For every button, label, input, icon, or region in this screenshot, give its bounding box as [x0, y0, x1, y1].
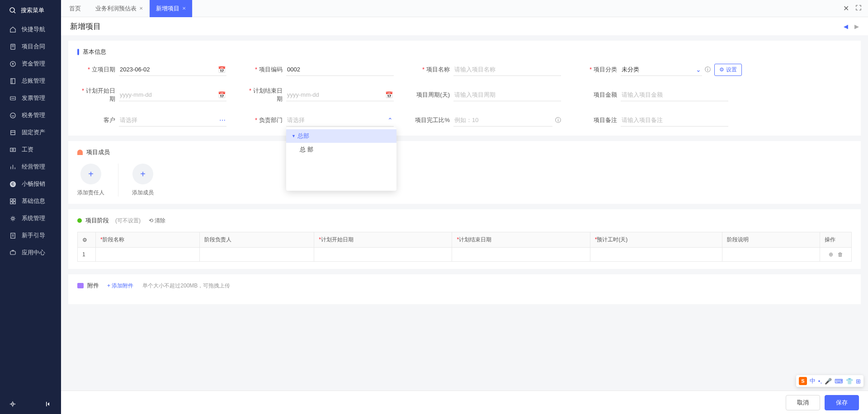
label-amount: 项目金额 — [579, 91, 621, 99]
close-icon[interactable]: ✕ — [182, 6, 186, 11]
close-icon[interactable]: ✕ — [139, 6, 143, 11]
c-icon: C — [9, 180, 16, 188]
input-plan-end[interactable]: 📅 — [286, 89, 394, 101]
select-dept[interactable]: 请选择 ⌃ ▼总部 总 部 — [286, 114, 394, 127]
tax-icon — [9, 112, 16, 119]
salary-icon — [9, 146, 16, 153]
input-name[interactable] — [453, 63, 561, 76]
save-button[interactable]: 保存 — [825, 395, 859, 410]
label-name: 项目名称 — [412, 66, 453, 74]
sidebar-item-tax[interactable]: 税务管理 — [0, 107, 61, 124]
ime-mic-icon[interactable]: 🎤 — [825, 378, 832, 385]
select-category[interactable]: 未分类⌄ — [621, 63, 702, 76]
label-setup-date: 立项日期 — [77, 66, 119, 74]
sidebar-item-quicknav[interactable]: 快捷导航 — [0, 21, 61, 38]
ime-menu-icon[interactable]: ⊞ — [856, 378, 861, 385]
svg-rect-3 — [10, 78, 14, 83]
cancel-button[interactable]: 取消 — [786, 395, 820, 410]
th-hours: *预计工时(天) — [590, 232, 722, 248]
label-remark: 项目备注 — [579, 116, 621, 124]
help-icon[interactable]: ⓘ — [555, 116, 561, 124]
input-period[interactable] — [453, 89, 561, 101]
stage-icon — [77, 218, 82, 223]
add-attachment-button[interactable]: + 添加附件 — [107, 282, 133, 290]
sidebar-item-salary[interactable]: 工资 — [0, 141, 61, 158]
dropdown-option[interactable]: ▼总部 — [286, 129, 396, 143]
section-title: 项目成员 — [86, 148, 110, 156]
card-basic-info: 基本信息 立项日期 📅 项目编码 项目名称 项目分类 未分类⌄ ⓘ ⚙ 设置 计… — [68, 41, 861, 136]
input-amount[interactable] — [621, 89, 728, 101]
delete-row-icon[interactable]: 🗑 — [838, 251, 843, 258]
th-gear[interactable]: ⚙ — [78, 232, 96, 248]
collapse-icon[interactable] — [45, 400, 52, 408]
more-icon[interactable]: ⋯ — [219, 117, 226, 124]
settings-icon[interactable] — [9, 400, 16, 408]
svg-rect-19 — [46, 402, 47, 406]
add-owner-button[interactable]: + — [80, 164, 101, 184]
ime-skin-icon[interactable]: 👕 — [846, 378, 853, 385]
prev-icon[interactable]: ◀ — [844, 23, 848, 30]
sidebar-item-mgmt[interactable]: 经营管理 — [0, 158, 61, 175]
tab-new-project[interactable]: 新增项目 ✕ — [150, 0, 193, 17]
ime-keyboard-icon[interactable]: ⌨ — [835, 378, 843, 385]
search-menu[interactable]: 搜索菜单 — [0, 0, 61, 21]
dropdown-option[interactable]: 总 部 — [286, 143, 396, 156]
add-owner-box: + 添加责任人 — [77, 164, 118, 197]
tab-home[interactable]: 首页 — [61, 0, 89, 17]
sidebar-item-guide[interactable]: 新手引导 — [0, 227, 61, 244]
label-done-pct: 项目完工比% — [412, 116, 453, 124]
clear-button[interactable]: ⟲ 清除 — [149, 217, 165, 225]
input-done-pct[interactable] — [453, 114, 552, 127]
card-stages: 项目阶段 (可不设置) ⟲ 清除 ⚙ *阶段名称 阶段负责人 *计划开始日期 *… — [68, 209, 861, 269]
sidebar-item-asset[interactable]: 固定资产 — [0, 124, 61, 141]
sidebar-item-baseinfo[interactable]: 基础信息 — [0, 193, 61, 210]
calendar-icon[interactable]: 📅 — [218, 66, 226, 73]
sidebar-item-sysmgmt[interactable]: 系统管理 — [0, 210, 61, 227]
label-code: 项目编码 — [245, 66, 286, 74]
sidebar-item-reimburse[interactable]: C小畅报销 — [0, 175, 61, 193]
sidebar-item-fund[interactable]: 资金管理 — [0, 55, 61, 72]
ime-toolbar[interactable]: S 中 •, 🎤 ⌨ 👕 ⊞ — [796, 375, 863, 387]
select-customer[interactable]: 请选择⋯ — [119, 114, 226, 127]
invoice-icon — [9, 94, 16, 102]
close-all-icon[interactable]: ✕ — [843, 4, 849, 13]
page-header: 新增项目 ◀ ▶ — [61, 17, 868, 35]
th-end: *计划结束日期 — [452, 232, 590, 248]
sidebar-item-ledger[interactable]: 总账管理 — [0, 72, 61, 89]
search-menu-label: 搜索菜单 — [21, 6, 44, 14]
label-plan-start: 计划开始日期 — [77, 87, 119, 103]
calendar-icon[interactable]: 📅 — [218, 91, 226, 99]
sidebar-item-contract[interactable]: 项目合同 — [0, 38, 61, 55]
guide-icon — [9, 232, 16, 239]
tabs-bar: 首页 业务利润预估表 ✕ 新增项目 ✕ ✕ — [61, 0, 868, 17]
help-icon[interactable]: ⓘ — [705, 66, 711, 74]
gear-icon — [9, 215, 16, 222]
sidebar-item-apps[interactable]: 应用中心 — [0, 244, 61, 261]
svg-point-8 — [12, 149, 14, 151]
card-members: 项目成员 + 添加责任人 + 添加成员 — [68, 141, 861, 204]
coin-icon — [9, 60, 16, 67]
th-owner: 阶段负责人 — [200, 232, 314, 248]
label-period: 项目周期(天) — [412, 91, 453, 99]
fullscreen-icon[interactable] — [855, 5, 862, 12]
section-title: 基本信息 — [83, 48, 106, 56]
tab-profit-estimate[interactable]: 业务利润预估表 ✕ — [89, 0, 150, 17]
input-remark[interactable] — [621, 114, 728, 127]
add-member-button[interactable]: + — [132, 164, 153, 184]
next-icon[interactable]: ▶ — [854, 23, 859, 30]
calendar-icon[interactable]: 📅 — [385, 91, 393, 99]
svg-point-0 — [10, 8, 14, 12]
input-code[interactable] — [286, 63, 394, 76]
section-title: 项目阶段 — [85, 216, 109, 225]
sidebar-item-invoice[interactable]: 发票管理 — [0, 89, 61, 107]
person-icon — [77, 150, 83, 155]
input-plan-start[interactable]: 📅 — [119, 89, 226, 101]
settings-button[interactable]: ⚙ 设置 — [714, 64, 742, 76]
ime-lang[interactable]: 中 — [810, 377, 816, 385]
dept-dropdown: ▼总部 总 部 — [286, 127, 396, 191]
add-row-icon[interactable]: ⊕ — [829, 251, 833, 258]
ime-punct-icon[interactable]: •, — [818, 378, 822, 385]
input-setup-date[interactable]: 📅 — [119, 63, 226, 76]
label-category: 项目分类 — [579, 66, 621, 74]
table-row[interactable]: 1 ⊕🗑 — [78, 248, 852, 262]
